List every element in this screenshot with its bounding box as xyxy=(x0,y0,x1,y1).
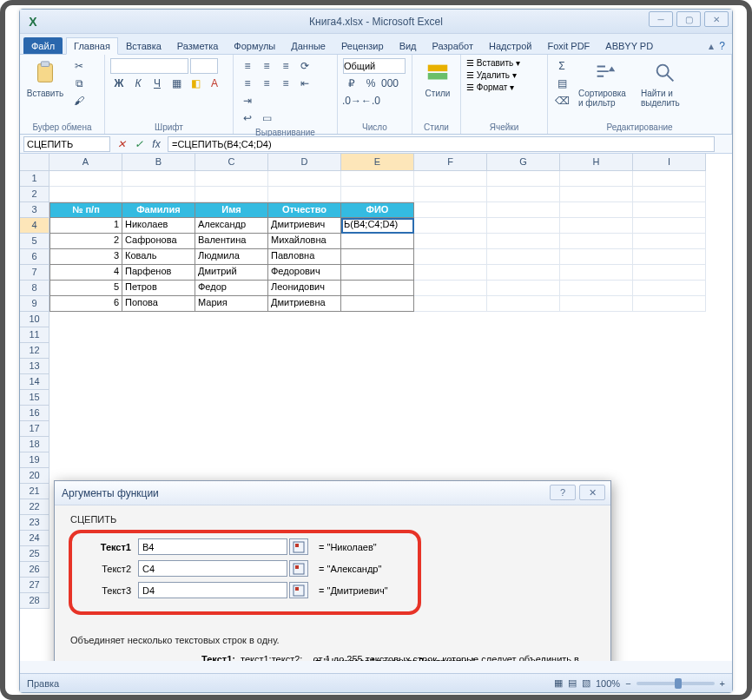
insert-cells-button[interactable]: ☰ Вставить ▾ xyxy=(466,58,520,68)
col-header[interactable]: B xyxy=(122,154,195,171)
row-header[interactable]: 27 xyxy=(20,578,49,593)
row-header[interactable]: 28 xyxy=(20,593,49,609)
copy-icon[interactable]: ⧉ xyxy=(70,76,88,91)
cell[interactable]: Леонидович xyxy=(268,281,341,296)
range-selector-button[interactable] xyxy=(289,538,308,555)
col-header[interactable]: D xyxy=(268,154,341,171)
format-painter-icon[interactable]: 🖌 xyxy=(70,93,88,109)
cell[interactable]: Александр xyxy=(195,218,268,234)
indent-dec-icon[interactable]: ⇤ xyxy=(296,76,313,91)
cell[interactable]: Валентина xyxy=(195,234,268,249)
fx-icon[interactable]: fx xyxy=(148,136,164,152)
font-name-input[interactable] xyxy=(110,58,188,74)
cell[interactable]: Сафронова xyxy=(122,234,195,249)
currency-icon[interactable]: ₽ xyxy=(343,76,360,91)
row-header[interactable]: 9 xyxy=(20,296,49,312)
cell[interactable] xyxy=(341,296,414,312)
row-header[interactable]: 24 xyxy=(20,531,49,546)
qat-undo-icon[interactable] xyxy=(69,14,84,30)
dialog-title-bar[interactable]: Аргументы функции ? ✕ xyxy=(55,481,610,505)
ribbon-minimize-icon[interactable]: ▴ xyxy=(709,40,714,52)
row-header[interactable]: 17 xyxy=(20,421,49,437)
tab-review[interactable]: Рецензир xyxy=(333,37,392,54)
row-header[interactable]: 18 xyxy=(20,437,49,452)
cell[interactable]: 6 xyxy=(49,296,122,312)
col-header[interactable]: H xyxy=(560,154,633,171)
tab-insert[interactable]: Вставка xyxy=(118,37,169,54)
cell[interactable]: Дмитриевна xyxy=(268,296,341,312)
row-header[interactable]: 16 xyxy=(20,406,49,421)
align-center-icon[interactable]: ≡ xyxy=(258,76,275,91)
font-size-input[interactable] xyxy=(190,58,218,74)
align-mid-icon[interactable]: ≡ xyxy=(258,58,275,74)
row-header[interactable]: 8 xyxy=(20,281,49,296)
tab-layout[interactable]: Разметка xyxy=(169,37,227,54)
find-select-button[interactable]: Найти и выделить xyxy=(640,58,690,116)
cell[interactable]: Дмитриевич xyxy=(268,218,341,234)
cut-icon[interactable]: ✂ xyxy=(70,58,88,74)
name-box[interactable] xyxy=(23,136,110,152)
row-header[interactable]: 22 xyxy=(20,499,49,515)
tab-file[interactable]: Файл xyxy=(23,37,63,54)
table-header[interactable]: № п/п xyxy=(49,202,122,218)
row-header[interactable]: 3 xyxy=(20,202,49,218)
cell[interactable]: 4 xyxy=(49,265,122,281)
dialog-help-button[interactable]: ? xyxy=(550,485,576,500)
delete-cells-button[interactable]: ☰ Удалить ▾ xyxy=(466,70,517,80)
qat-redo-icon[interactable] xyxy=(88,14,103,30)
close-button[interactable]: ✕ xyxy=(704,11,729,27)
cell[interactable] xyxy=(341,281,414,296)
fill-icon[interactable]: ▤ xyxy=(553,76,571,91)
bold-button[interactable]: Ж xyxy=(110,76,128,91)
cell[interactable]: Коваль xyxy=(122,249,195,265)
font-color-button[interactable]: A xyxy=(206,76,223,91)
select-all-corner[interactable] xyxy=(20,154,49,171)
tab-addins[interactable]: Надстрой xyxy=(481,37,539,54)
indent-inc-icon[interactable]: ⇥ xyxy=(239,93,256,109)
view-normal-icon[interactable]: ▦ xyxy=(554,677,563,689)
row-header[interactable]: 25 xyxy=(20,546,49,562)
row-header[interactable]: 21 xyxy=(20,484,49,499)
table-header[interactable]: Отчество xyxy=(268,202,341,218)
col-header[interactable]: I xyxy=(633,154,706,171)
cell[interactable]: Дмитрий xyxy=(195,265,268,281)
row-header[interactable]: 26 xyxy=(20,562,49,578)
cell[interactable]: Парфенов xyxy=(122,265,195,281)
border-button[interactable]: ▦ xyxy=(168,76,185,91)
inc-decimal-icon[interactable]: .0→ xyxy=(343,93,360,109)
underline-button[interactable]: Ч xyxy=(148,76,166,91)
cell[interactable]: 3 xyxy=(49,249,122,265)
table-header[interactable]: Фамилия xyxy=(122,202,195,218)
zoom-in-button[interactable]: + xyxy=(720,678,725,689)
cell[interactable]: Павловна xyxy=(268,249,341,265)
dec-decimal-icon[interactable]: ←.0 xyxy=(362,93,379,109)
table-header[interactable]: ФИО xyxy=(341,202,414,218)
cell[interactable] xyxy=(341,265,414,281)
row-header[interactable]: 6 xyxy=(20,249,49,265)
tab-home[interactable]: Главная xyxy=(66,37,118,55)
italic-button[interactable]: К xyxy=(129,76,147,91)
tab-view[interactable]: Вид xyxy=(392,37,425,54)
table-header[interactable]: Имя xyxy=(195,202,268,218)
align-right-icon[interactable]: ≡ xyxy=(277,76,294,91)
cell[interactable] xyxy=(341,234,414,249)
autosum-icon[interactable]: Σ xyxy=(553,58,571,74)
row-header[interactable]: 2 xyxy=(20,187,49,202)
cell[interactable]: 2 xyxy=(49,234,122,249)
tab-foxit[interactable]: Foxit PDF xyxy=(539,37,597,54)
qat-save-icon[interactable] xyxy=(49,14,65,30)
row-header[interactable]: 13 xyxy=(20,359,49,374)
row-header[interactable]: 12 xyxy=(20,343,49,359)
row-header[interactable]: 7 xyxy=(20,265,49,281)
accept-formula-icon[interactable]: ✓ xyxy=(131,136,147,152)
row-header[interactable]: 14 xyxy=(20,374,49,390)
view-layout-icon[interactable]: ▤ xyxy=(568,677,577,689)
cancel-formula-icon[interactable]: ✕ xyxy=(114,136,129,152)
sort-filter-button[interactable]: Сортировка и фильтр xyxy=(577,58,633,116)
cell[interactable]: Федорович xyxy=(268,265,341,281)
row-header[interactable]: 11 xyxy=(20,327,49,343)
row-header[interactable]: 19 xyxy=(20,452,49,468)
col-header[interactable]: A xyxy=(49,154,122,171)
cell[interactable]: Федор xyxy=(195,281,268,296)
row-header[interactable]: 23 xyxy=(20,515,49,531)
